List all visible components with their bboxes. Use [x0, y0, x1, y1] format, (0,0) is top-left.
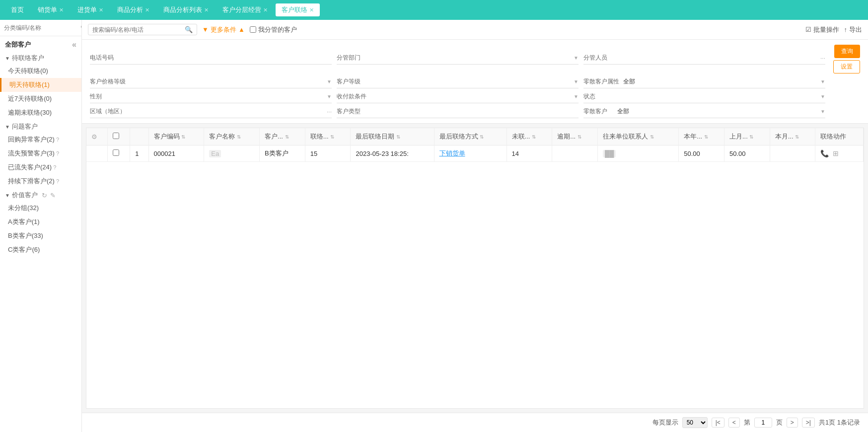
more-conditions-btn[interactable]: ▼ 更多条件 ▲: [202, 25, 245, 34]
per-page-select[interactable]: 50 100 200: [682, 417, 708, 428]
sort-code-icon[interactable]: ⇅: [181, 134, 185, 140]
help-repeat-icon: ?: [56, 137, 59, 143]
nav-customer-segment[interactable]: 客户分层经营 ✕: [217, 3, 274, 16]
row-last-method: 下销货单: [434, 145, 506, 162]
close-product-list-icon[interactable]: ✕: [204, 7, 209, 13]
sort-method-icon[interactable]: ⇅: [480, 134, 484, 140]
th-overdue: 逾期... ⇅: [552, 128, 598, 145]
settings-gear-icon[interactable]: ⚙: [91, 133, 97, 141]
pending-arrow: ▼: [5, 56, 10, 61]
last-page-btn[interactable]: >|: [802, 418, 815, 428]
value-refresh-icon[interactable]: ↻: [42, 192, 47, 199]
close-sales-icon[interactable]: ✕: [59, 7, 64, 13]
dept-dropdown-icon[interactable]: ▼: [574, 55, 579, 61]
next-page-btn[interactable]: >: [787, 418, 798, 428]
sort-last-month-icon[interactable]: ⇅: [749, 134, 753, 140]
sort-name-icon[interactable]: ⇅: [237, 134, 241, 140]
nav-sales[interactable]: 销货单 ✕: [32, 3, 70, 16]
nav-purchase[interactable]: 进货单 ✕: [72, 3, 109, 16]
toolbar-right: ☑ 批量操作 ↑ 导出: [805, 25, 863, 34]
retail-cust-value: 全部: [617, 107, 816, 116]
my-customers-checkbox[interactable]: [250, 26, 256, 33]
close-product-icon[interactable]: ✕: [145, 7, 149, 13]
nav-product-list[interactable]: 商品分析列表 ✕: [157, 3, 215, 16]
nav-customer-contact[interactable]: 客户联络 ✕: [276, 3, 320, 16]
first-page-btn[interactable]: |<: [712, 418, 724, 428]
search-input[interactable]: [92, 26, 182, 33]
th-cust-code: 客户编码 ⇅: [148, 128, 204, 145]
sidebar-item-class-a[interactable]: A类客户(1): [0, 215, 81, 229]
checkbox-batch-icon: ☑: [805, 26, 811, 33]
th-cust-name: 客户名称 ⇅: [204, 128, 260, 145]
region-more-icon[interactable]: ···: [327, 108, 332, 115]
last-method-link[interactable]: 下销货单: [439, 149, 465, 157]
retail-cust-dropdown-icon[interactable]: ▼: [820, 109, 825, 114]
filter-actions: 查询 设置: [830, 45, 860, 73]
sort-year-icon[interactable]: ⇅: [704, 134, 708, 140]
nav-product-analysis[interactable]: 商品分析 ✕: [111, 3, 155, 16]
sidebar-item-unclassified[interactable]: 未分组(32): [0, 201, 81, 215]
customer-table: ⚙ 客户编码 ⇅ 客户名称 ⇅ 客户... ⇅: [86, 128, 864, 162]
set-btn[interactable]: 设置: [833, 60, 860, 73]
cust-name-blurred: Ea: [209, 150, 221, 157]
sort-overdue-icon[interactable]: ⇅: [578, 134, 581, 140]
cust-price-dropdown-icon[interactable]: ▼: [327, 79, 332, 84]
dept-field: 分管部门 ▼: [337, 54, 579, 65]
th-last-month: 上月... ⇅: [724, 128, 770, 145]
select-all-checkbox[interactable]: [113, 133, 119, 139]
row-last-date: 2023-05-23 18:25:: [351, 145, 434, 162]
nav-home[interactable]: 首页: [5, 3, 30, 16]
toolbar-search-icon[interactable]: 🔍: [185, 26, 193, 33]
th-checkbox: [108, 128, 130, 145]
sidebar-item-repeat-abnormal[interactable]: 回购异常客户(2) ?: [0, 133, 81, 146]
sidebar-item-overdue[interactable]: 逾期未联络(30): [0, 106, 81, 120]
sidebar-item-keep-down[interactable]: 持续下滑客户(2) ?: [0, 174, 81, 188]
sort-type-icon[interactable]: ⇅: [285, 134, 289, 140]
close-purchase-icon[interactable]: ✕: [99, 7, 103, 13]
retail-attr-dropdown-icon[interactable]: ▼: [820, 79, 825, 84]
th-contact: 联络... ⇅: [305, 128, 351, 145]
value-edit-icon[interactable]: ✎: [50, 192, 56, 199]
action-phone-icon[interactable]: 📞: [820, 149, 829, 157]
th-action: 联络动作: [815, 128, 864, 145]
content-area: 🔍 ▼ 更多条件 ▲ 我分管的客户 ☑ 批量操作 ↑ 导出: [82, 20, 868, 432]
sidebar-item-today[interactable]: 今天待联络(0): [0, 64, 81, 78]
sort-date-icon[interactable]: ⇅: [396, 134, 400, 140]
sort-unit-contact-icon[interactable]: ⇅: [650, 134, 654, 140]
row-checkbox-input[interactable]: [113, 149, 119, 156]
gender-dropdown-icon[interactable]: ▼: [327, 94, 332, 99]
collapse-icon[interactable]: «: [72, 40, 76, 49]
cust-level-dropdown-icon[interactable]: ▼: [574, 79, 579, 84]
cust-type-field: 客户类型: [337, 107, 579, 118]
sidebar-item-class-c[interactable]: C类客户(6): [0, 243, 81, 257]
close-segment-icon[interactable]: ✕: [263, 7, 268, 13]
person-more-icon[interactable]: ···: [820, 55, 825, 62]
page-input[interactable]: [754, 418, 772, 428]
batch-ops-btn[interactable]: ☑ 批量操作: [805, 25, 839, 34]
query-btn[interactable]: 查询: [834, 45, 860, 58]
table-row: 1 000021 Ea B类客户 15 2023-05-23 18:25: 下销…: [86, 145, 864, 162]
prev-page-btn[interactable]: <: [728, 418, 740, 428]
sidebar-item-loss-risk[interactable]: 流失预警客户(3) ?: [0, 146, 81, 160]
sort-month-icon[interactable]: ⇅: [795, 134, 799, 140]
status-dropdown-icon[interactable]: ▼: [820, 94, 825, 99]
sort-contact-icon[interactable]: ⇅: [330, 134, 334, 140]
sort-no-contact-icon[interactable]: ⇅: [532, 134, 536, 140]
export-btn[interactable]: ↑ 导出: [844, 25, 863, 34]
th-no-contact: 未联... ⇅: [506, 128, 552, 145]
close-contact-icon[interactable]: ✕: [309, 7, 314, 13]
row-cust-type: B类客户: [260, 145, 305, 162]
status-field: 状态 ▼: [583, 92, 825, 103]
sidebar-item-week[interactable]: 近7天待联络(0): [0, 92, 81, 106]
table-body: 1 000021 Ea B类客户 15 2023-05-23 18:25: 下销…: [86, 145, 864, 162]
sidebar-item-class-b[interactable]: B类客户(33): [0, 229, 81, 243]
filter-row-4: 区域（地区） ··· 客户类型 零散客户 全部 ▼: [90, 107, 860, 118]
row-cust-name: Ea: [204, 145, 260, 162]
sidebar-item-tomorrow[interactable]: 明天待联络(1): [0, 78, 81, 92]
my-customers-label[interactable]: 我分管的客户: [250, 25, 297, 34]
sidebar: 🔍 全部客户 « ▼ 待联络客户 今天待联络(0) 明天待联络(1) 近7天待联…: [0, 20, 82, 432]
sidebar-search-input[interactable]: [4, 24, 78, 31]
action-more-icon[interactable]: ⊞: [833, 149, 839, 157]
payment-dropdown-icon[interactable]: ▼: [574, 94, 579, 99]
sidebar-item-lost[interactable]: 已流失客户(24) ?: [0, 160, 81, 174]
